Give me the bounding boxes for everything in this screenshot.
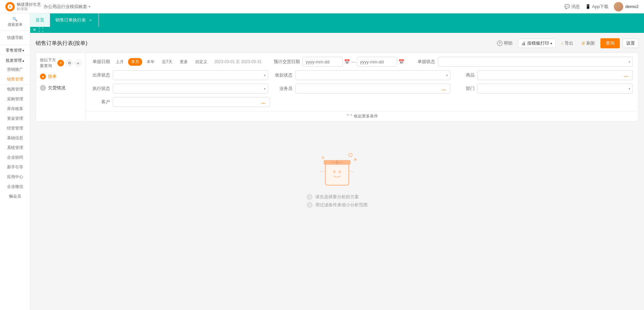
company-selector[interactable]: 办公用品行业模拟账套 ▾ bbox=[44, 4, 91, 10]
left-panel-collapse-button[interactable]: « bbox=[75, 60, 82, 66]
date-quick-buttons: 上月 本月 本年 近7天 更多 自定义 bbox=[113, 58, 210, 66]
salesman-more-button[interactable]: … bbox=[440, 85, 447, 92]
order-status-select-wrap: ▾ bbox=[438, 57, 633, 67]
customer-more-button[interactable]: … bbox=[260, 99, 267, 105]
page-content: 销售订单执行表(按单) ? 帮助 🖨 按模板打印 ▾ ↑ 导出 bbox=[30, 33, 644, 310]
tab-close-icon[interactable]: × bbox=[88, 17, 93, 23]
export-icon: ↑ bbox=[561, 41, 564, 46]
delivery-status-select-wrap: ▾ bbox=[113, 70, 268, 80]
sidebar-item-purchasing[interactable]: 采购管理 bbox=[0, 94, 30, 104]
sidebar-item-sales-management[interactable]: 销售管理 bbox=[0, 74, 30, 84]
avatar bbox=[614, 2, 623, 11]
date-custom-btn[interactable]: 自定义 bbox=[192, 58, 210, 66]
logo-text: 畅捷通好生意 标准版 bbox=[17, 2, 41, 11]
svg-rect-0 bbox=[325, 163, 349, 185]
chevron-up-icon: ▴ bbox=[22, 59, 24, 62]
print-icon: 🖨 bbox=[522, 41, 526, 46]
tab-home[interactable]: 首页 bbox=[30, 13, 50, 27]
collection-status-select[interactable] bbox=[295, 70, 451, 80]
date-label: 单据日期 bbox=[91, 59, 110, 65]
sidebar-item-operations[interactable]: 经营管理 bbox=[0, 123, 30, 133]
expected-date-start[interactable] bbox=[303, 57, 343, 67]
user-profile[interactable]: demo2 bbox=[614, 2, 639, 11]
sidebar-item-wechat[interactable]: 企业微信 bbox=[0, 182, 30, 192]
calendar-start-icon[interactable]: 📅 bbox=[344, 59, 350, 64]
filter-group-order-status: 单据状态 ▾ bbox=[416, 57, 633, 67]
sidebar-item-retail-management[interactable]: 零售管理 ▾ bbox=[0, 45, 30, 55]
filter-group-collection: 收款状态 ▾ bbox=[274, 70, 451, 80]
refresh-icon: ↺ bbox=[581, 41, 585, 46]
message-button[interactable]: 💬 消息 bbox=[565, 4, 580, 10]
left-panel-item-shortage[interactable]: ○ 欠货情况 bbox=[36, 82, 86, 94]
top-bar-right: 💬 消息 📱 App下载 demo2 bbox=[565, 2, 639, 11]
date-7days-btn[interactable]: 近7天 bbox=[159, 58, 175, 66]
salesman-input[interactable] bbox=[298, 86, 440, 91]
print-chevron-icon: ▾ bbox=[550, 42, 552, 45]
sidebar-item-marketing[interactable]: 营销推广 bbox=[0, 65, 30, 74]
left-panel-item-order[interactable]: ● 按单 bbox=[36, 71, 86, 82]
left-panel-add-button[interactable]: + bbox=[57, 60, 64, 66]
date-more-btn[interactable]: 更多 bbox=[177, 58, 191, 66]
refresh-button[interactable]: ↺ 刷新 bbox=[579, 39, 598, 48]
settings-button[interactable]: 设置 bbox=[623, 39, 639, 48]
expected-date-end[interactable] bbox=[357, 57, 397, 67]
sidebar-item-app-center[interactable]: 应用中心 bbox=[0, 172, 30, 182]
close-tab-icon[interactable]: × bbox=[33, 27, 36, 33]
sidebar-item-system[interactable]: 系统管理 bbox=[0, 143, 30, 153]
sidebar-item-inventory[interactable]: 库存核算 bbox=[0, 104, 30, 114]
message-icon: 💬 bbox=[565, 4, 570, 9]
expected-date-range: 📅 — 📅 bbox=[303, 57, 404, 67]
delivery-status-select[interactable] bbox=[113, 70, 268, 80]
help-button[interactable]: ? 帮助 bbox=[494, 39, 515, 48]
step-1-num: 1 bbox=[307, 194, 313, 200]
right-filter-area: 单据日期 上月 本月 本年 近7天 更多 自定义 2023-03-01 至 20… bbox=[86, 52, 639, 121]
sidebar-item-new-guide[interactable]: 新手引导 bbox=[0, 162, 30, 172]
date-last-month-btn[interactable]: 上月 bbox=[113, 58, 127, 66]
sidebar-item-enterprise[interactable]: 企业协同 bbox=[0, 153, 30, 162]
exec-status-select[interactable] bbox=[113, 84, 268, 94]
svg-point-8 bbox=[338, 170, 341, 173]
tab-sales-order[interactable]: 销售订单执行表 × bbox=[50, 13, 99, 27]
filter-group-goods: 商品 … bbox=[456, 70, 633, 80]
svg-line-10 bbox=[350, 171, 354, 172]
sidebar-item-ecommerce[interactable]: 电商管理 bbox=[0, 85, 30, 94]
sidebar-quick-nav[interactable]: 快捷导航 bbox=[0, 31, 30, 45]
app-download-icon: 📱 bbox=[585, 4, 591, 9]
page-header-actions: ? 帮助 🖨 按模板打印 ▾ ↑ 导出 ↺ 刷新 bbox=[494, 38, 639, 48]
left-panel-settings-button[interactable]: ⚙ bbox=[66, 60, 73, 66]
empty-step-1: 1 请先选择要分析的方案 bbox=[307, 194, 368, 200]
order-status-select[interactable] bbox=[438, 57, 633, 67]
left-panel: 按以下方案查询 + ⚙ « ● 按单 ○ 欠货情况 bbox=[36, 52, 86, 121]
date-this-month-btn[interactable]: 本月 bbox=[128, 58, 142, 66]
date-this-year-btn[interactable]: 本年 bbox=[144, 58, 158, 66]
sidebar-item-finance[interactable]: 资金管理 bbox=[0, 114, 30, 123]
export-button[interactable]: ↑ 导出 bbox=[558, 39, 576, 48]
goods-input[interactable] bbox=[480, 73, 623, 78]
left-panel-header: 按以下方案查询 + ⚙ « bbox=[36, 55, 86, 71]
goods-input-wrap: … bbox=[477, 70, 633, 80]
tab-bar: 首页 销售订单执行表 × × ⛶ bbox=[30, 13, 644, 33]
step-2-num: 2 bbox=[307, 202, 313, 208]
filter-panel-area: 按以下方案查询 + ⚙ « ● 按单 ○ 欠货情况 bbox=[36, 52, 639, 121]
page-header: 销售订单执行表(按单) ? 帮助 🖨 按模板打印 ▾ ↑ 导出 bbox=[36, 38, 639, 48]
app-download-button[interactable]: 📱 App下载 bbox=[585, 4, 608, 10]
sidebar-search[interactable]: 🔍 搜索菜单 bbox=[0, 13, 30, 31]
collapse-up-icon: ⌃⌃ bbox=[346, 114, 353, 118]
calendar-end-icon[interactable]: 📅 bbox=[398, 59, 404, 64]
exec-status-select-wrap: ▾ bbox=[113, 84, 268, 94]
sidebar-item-wholesale-management[interactable]: 批发管理 ▴ bbox=[0, 55, 30, 65]
query-button[interactable]: 查询 bbox=[600, 38, 620, 48]
department-select[interactable] bbox=[477, 84, 633, 94]
filter-group-date: 单据日期 上月 本月 本年 近7天 更多 自定义 2023-03-01 至 20… bbox=[91, 58, 262, 66]
goods-more-button[interactable]: … bbox=[623, 72, 630, 79]
customer-input[interactable] bbox=[116, 100, 260, 105]
expand-icon[interactable]: ⛶ bbox=[39, 27, 43, 33]
collapse-more-button[interactable]: ⌃⌃ 收起更多条件 bbox=[86, 111, 638, 121]
top-bar: 畅捷通好生意 标准版 办公用品行业模拟账套 ▾ 💬 消息 📱 App下载 dem… bbox=[0, 0, 644, 13]
sidebar-item-basic-info[interactable]: 基础信息 bbox=[0, 133, 30, 143]
sidebar-item-member[interactable]: 畅会员 bbox=[0, 192, 30, 201]
svg-point-4 bbox=[349, 153, 352, 157]
print-button[interactable]: 🖨 按模板打印 ▾ bbox=[518, 39, 556, 48]
goods-label: 商品 bbox=[456, 72, 475, 78]
filter-group-customer: 客户 … bbox=[91, 97, 270, 107]
